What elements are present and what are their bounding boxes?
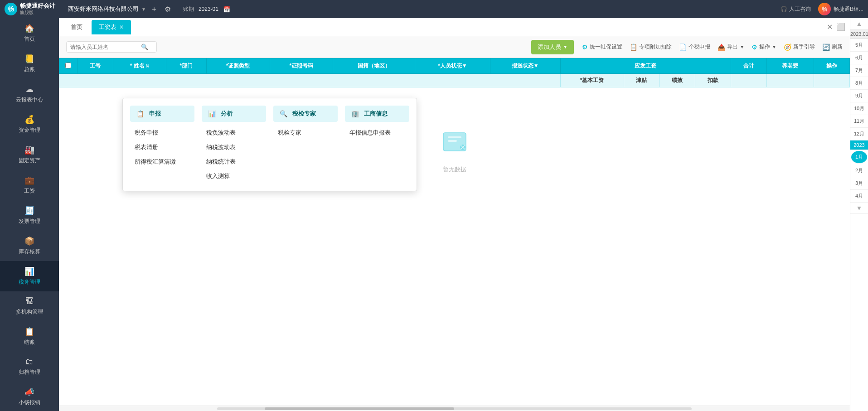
funds-icon: 💰 <box>24 115 34 125</box>
sidebar-item-salary[interactable]: 💼 工资 <box>0 170 59 200</box>
sidebar-label-ledger: 总账 <box>24 66 35 73</box>
tab-salary[interactable]: 工资表 ✕ <box>92 20 131 34</box>
content-area: 首页 工资表 ✕ ✕ ⬜ 🔍 添加人员 ▼ ⚙ <box>59 18 850 411</box>
menu-item-tax-fluctuation[interactable]: 税负波动表 <box>202 126 266 140</box>
company-selector[interactable]: 西安虾米网络科技有限公司 ▼ ＋ ⚙ 账期 2023-01 📅 <box>68 4 230 15</box>
app-sub: 旗舰版 <box>20 10 55 16</box>
tab-salary-label: 工资表 <box>99 23 116 31</box>
sidebar-item-invoice[interactable]: 🧾 发票管理 <box>0 200 59 231</box>
service-btn[interactable]: 🎧 人工咨询 <box>781 5 811 13</box>
time-nav-up[interactable]: ▲ <box>850 18 868 29</box>
horizontal-scrollbar[interactable] <box>59 406 850 411</box>
export-btn[interactable]: 📤 导出 ▼ <box>718 43 744 51</box>
sub-col-deduction: 扣款 <box>695 74 731 87</box>
sidebar-item-assets[interactable]: 🏭 固定资产 <box>0 140 59 170</box>
social-insurance-icon: ⚙ <box>582 44 588 51</box>
sidebar-item-home[interactable]: 🏠 首页 <box>0 18 59 48</box>
select-all-checkbox[interactable] <box>65 63 71 68</box>
operation-label: 操作 <box>759 43 770 51</box>
menu-item-tax-payment[interactable]: 纳税波动表 <box>202 140 266 155</box>
user-info[interactable]: 畅 畅捷通B组... <box>818 3 863 15</box>
search-input[interactable] <box>70 44 138 50</box>
sidebar-label-expense: 小畅报销 <box>19 399 40 406</box>
time-month-6[interactable]: 6月 <box>850 52 868 64</box>
col-operation: 操作 <box>814 58 850 74</box>
col-name[interactable]: * 姓名⇅ <box>113 58 166 74</box>
sidebar-item-funds[interactable]: 💰 资金管理 <box>0 109 59 140</box>
sidebar-item-tax[interactable]: 📊 税务管理 <box>0 261 59 291</box>
declaration-section-title: 申报 <box>149 110 161 118</box>
company-dropdown-icon[interactable]: ▼ <box>141 7 146 12</box>
time-month-7[interactable]: 7月 <box>850 64 868 77</box>
sidebar-item-close[interactable]: 📋 结账 <box>0 321 59 352</box>
col-dept: *部门 <box>166 58 206 74</box>
guide-btn[interactable]: 🧭 新手引导 <box>784 43 815 51</box>
time-month-3[interactable]: 3月 <box>850 177 868 190</box>
time-month-1-active[interactable]: 1月 <box>851 151 867 164</box>
col-report-status[interactable]: 报送状态▼ <box>490 58 560 74</box>
assets-icon: 🏭 <box>24 145 34 155</box>
menu-item-income-calc[interactable]: 收入测算 <box>202 169 266 184</box>
sidebar-item-ledger[interactable]: 📒 总账 <box>0 48 59 79</box>
sidebar-label-close: 结账 <box>24 338 35 346</box>
tab-close-icon[interactable]: ✕ <box>119 24 124 30</box>
calendar-icon[interactable]: 📅 <box>223 6 230 13</box>
window-minimize-icon[interactable]: ✕ <box>827 23 833 31</box>
sidebar-label-archive: 归档管理 <box>19 368 40 376</box>
sidebar-item-multi[interactable]: 🏗 多机构管理 <box>0 291 59 321</box>
refresh-icon: 🔄 <box>822 44 830 51</box>
deduction-btn[interactable]: 📋 专项附加扣除 <box>630 43 672 51</box>
section-header-analysis: 📊 分析 <box>202 106 266 122</box>
empty-icon <box>436 124 473 160</box>
menu-item-expert[interactable]: 税检专家 <box>273 126 338 140</box>
sidebar-item-archive[interactable]: 🗂 归档管理 <box>0 352 59 382</box>
dropdown-section-analysis: 📊 分析 税负波动表 纳税波动表 纳税统计表 收入测算 <box>202 106 266 184</box>
time-month-5[interactable]: 5月 <box>850 39 868 52</box>
time-nav-down[interactable]: ▼ <box>850 203 868 214</box>
menu-item-tax-table[interactable]: 税表清册 <box>130 140 194 155</box>
add-person-button[interactable]: 添加人员 ▼ <box>531 40 574 54</box>
person-status-filter-icon: ▼ <box>462 63 467 69</box>
settings-icon[interactable]: ⚙ <box>162 4 173 15</box>
name-sort-icon: ⇅ <box>145 63 149 68</box>
sidebar-item-expense[interactable]: 📣 小畅报销 <box>0 382 59 411</box>
export-icon: 📤 <box>718 44 725 51</box>
menu-item-tax-stats[interactable]: 纳税统计表 <box>202 155 266 169</box>
col-person-status[interactable]: *人员状态▼ <box>415 58 490 74</box>
operation-arrow-icon: ▼ <box>772 44 776 49</box>
time-panel: ▲ 2023.01 5月 6月 7月 8月 9月 10月 11月 12月 202… <box>850 18 868 411</box>
dropdown-menu: 📋 申报 税务申报 税表清册 所得税汇算清缴 📊 分析 税负波动表 <box>122 98 417 191</box>
main-layout: 🏠 首页 📒 总账 ☁ 云报表中心 💰 资金管理 🏭 固定资产 💼 工资 🧾 发… <box>0 18 868 411</box>
sidebar-label-home: 首页 <box>24 35 35 43</box>
time-month-12[interactable]: 12月 <box>850 128 868 140</box>
tab-home[interactable]: 首页 <box>63 20 90 34</box>
time-month-2[interactable]: 2月 <box>850 164 868 177</box>
user-avatar: 畅 <box>818 3 831 15</box>
invoice-icon: 🧾 <box>24 206 34 216</box>
time-month-10[interactable]: 10月 <box>850 102 868 115</box>
section-header-expert: 🔍 税检专家 <box>273 106 338 122</box>
tax-report-btn[interactable]: 📄 个税申报 <box>679 43 710 51</box>
guide-action-label: 新手引导 <box>793 43 815 51</box>
time-month-11[interactable]: 11月 <box>850 115 868 128</box>
empty-svg <box>436 124 473 160</box>
time-panel-current-year: 2023 <box>850 140 868 150</box>
social-insurance-btn[interactable]: ⚙ 统一社保设置 <box>582 43 622 51</box>
select-all-checkbox-header[interactable] <box>59 58 78 74</box>
sidebar-item-cloud[interactable]: ☁ 云报表中心 <box>0 79 59 109</box>
sidebar-item-inventory[interactable]: 📦 库存核算 <box>0 231 59 261</box>
sidebar-label-tax: 税务管理 <box>19 278 40 286</box>
operation-btn[interactable]: ⚙ 操作 ▼ <box>752 43 776 51</box>
time-month-8[interactable]: 8月 <box>850 77 868 90</box>
col-pension: 养老费 <box>766 58 814 74</box>
refresh-btn[interactable]: 🔄 刷新 <box>822 43 843 51</box>
menu-item-annual-tax[interactable]: 所得税汇算清缴 <box>130 155 194 169</box>
menu-item-annual-report[interactable]: 年报信息申报表 <box>345 126 409 140</box>
menu-item-tax-declaration[interactable]: 税务申报 <box>130 126 194 140</box>
time-month-9[interactable]: 9月 <box>850 90 868 102</box>
time-month-4[interactable]: 4月 <box>850 190 868 203</box>
window-maximize-icon[interactable]: ⬜ <box>836 23 845 31</box>
user-name: 畅捷通B组... <box>834 5 863 13</box>
add-company-icon[interactable]: ＋ <box>149 4 160 15</box>
search-icon[interactable]: 🔍 <box>141 44 148 50</box>
